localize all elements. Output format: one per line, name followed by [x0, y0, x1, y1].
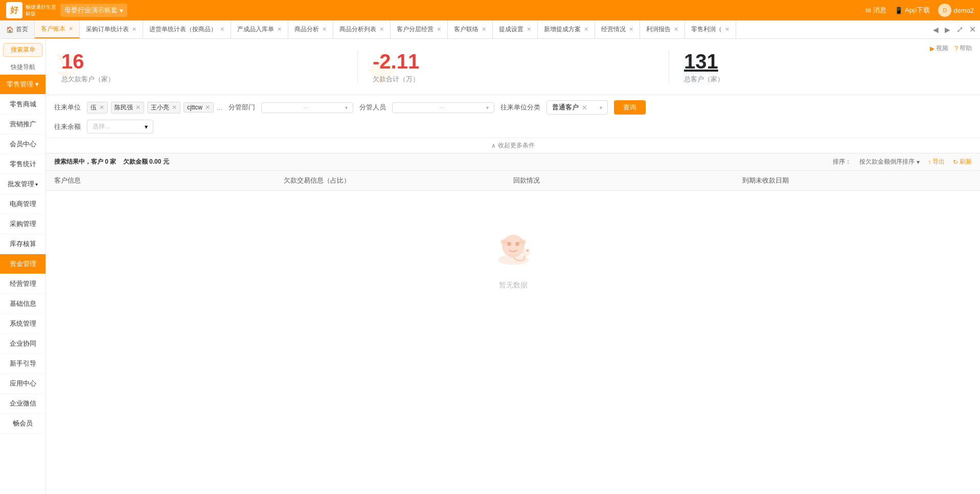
tab-product-analysis-list[interactable]: 商品分析列表 ✕ — [333, 20, 391, 38]
app-download-button[interactable]: 📱 App下载 — [895, 6, 930, 15]
close-tab-customer-ledger[interactable]: ✕ — [69, 26, 73, 32]
sidebar-item-operation-manage[interactable]: 经营管理 — [0, 274, 45, 294]
close-tab-customer-link[interactable]: ✕ — [482, 26, 486, 33]
nav-expand-icon[interactable]: ⤢ — [954, 24, 965, 35]
sidebar-item-app-center[interactable]: 应用中心 — [0, 374, 45, 394]
sidebar-item-batch-manage[interactable]: 批发管理 ▾ — [0, 174, 45, 194]
tab-purchase-order[interactable]: 采购订单统计表 ✕ — [80, 20, 143, 38]
result-info: 搜索结果中，客户 0 家 欠款金额 0.00 元 — [54, 158, 169, 166]
sort-label: 排序： — [833, 158, 851, 166]
sort-select[interactable]: 按欠款金额倒序排序 ▾ — [859, 158, 920, 166]
sidebar-item-new-guide[interactable]: 新手引导 — [0, 354, 45, 374]
balance-filter-label: 往来余额 — [54, 122, 81, 131]
sidebar-item-finance-manage[interactable]: 资金管理 — [0, 254, 45, 274]
avatar: D — [938, 4, 951, 17]
tab-profit-report[interactable]: 利润报告 ✕ — [640, 20, 685, 38]
stat-actions: ▶ 视频 ? 帮助 — [930, 44, 972, 53]
sidebar-item-retail-manage[interactable]: 零售管理 ▾ — [0, 75, 45, 95]
org-selector[interactable]: 母婴行业演示账套 ▾ — [60, 4, 127, 17]
close-tab-new-promote[interactable]: ✕ — [584, 26, 588, 33]
sidebar-item-enterprise-collab[interactable]: 企业协同 — [0, 334, 45, 354]
help-button[interactable]: ? 帮助 — [954, 44, 972, 53]
tab-customer-ledger[interactable]: 客户账本 ✕ — [35, 20, 80, 38]
message-icon: ✉ — [865, 7, 871, 14]
close-tag-1[interactable]: ✕ — [99, 104, 104, 111]
close-tab-promote-settings[interactable]: ✕ — [527, 26, 531, 33]
messages-button[interactable]: ✉ 消息 — [865, 6, 886, 15]
sidebar-item-system-manage[interactable]: 系统管理 — [0, 314, 45, 334]
close-tab-stock-stat[interactable]: ✕ — [220, 26, 224, 33]
tab-new-promote[interactable]: 新增提成方案 ✕ — [538, 20, 595, 38]
search-menu-button[interactable]: 搜索菜单 — [3, 43, 42, 57]
sidebar-item-basic-info[interactable]: 基础信息 — [0, 294, 45, 314]
sidebar-item-vip-member[interactable]: 畅会员 — [0, 414, 45, 434]
nav-left-arrow[interactable]: ◀ — [931, 25, 941, 35]
filter-tags: 伍 ✕ 陈民强 ✕ 王小亮 ✕ cjttcw ✕ ... — [87, 102, 222, 114]
svg-point-6 — [522, 248, 530, 256]
nav-close-all-icon[interactable]: ✕ — [967, 24, 978, 35]
tab-produce-stock[interactable]: 产成品入库单 ✕ — [231, 20, 288, 38]
sidebar-item-retail-stat[interactable]: 零售统计 — [0, 154, 45, 174]
tab-stock-stat[interactable]: 进货单统计表（按商品） ✕ — [143, 20, 231, 38]
main-layout: 搜索菜单 快捷导航 零售管理 ▾ 零售商城 营销推广 会员中心 零售统计 批发管… — [0, 39, 980, 494]
tab-product-analysis[interactable]: 商品分析 ✕ — [288, 20, 333, 38]
close-tab-product-analysis-list[interactable]: ✕ — [379, 26, 384, 33]
chevron-up-icon: ∧ — [491, 142, 496, 149]
close-tab-product-analysis[interactable]: ✕ — [322, 26, 327, 33]
top-bar: 好 畅捷通好生意 标版 母婴行业演示账套 ▾ ✉ 消息 📱 App下载 D de… — [0, 0, 980, 20]
balance-select[interactable]: 选择... ▾ — [87, 120, 153, 133]
refresh-button[interactable]: ↻ 刷新 — [953, 158, 972, 166]
logo-icon: 好 — [6, 2, 22, 18]
tab-home[interactable]: 🏠 首页 — [0, 20, 35, 38]
result-actions: 排序： 按欠款金额倒序排序 ▾ ↑ 导出 ↻ 刷新 — [833, 158, 972, 166]
nav-right-arrow[interactable]: ▶ — [943, 25, 952, 35]
tab-customer-segment[interactable]: 客户分层经营 ✕ — [391, 20, 448, 38]
home-icon: 🏠 — [6, 26, 14, 33]
sidebar-item-enterprise-wx[interactable]: 企业微信 — [0, 394, 45, 414]
dept-chevron-down-icon: ▾ — [345, 105, 348, 110]
sidebar-item-stock-check[interactable]: 库存核算 — [0, 234, 45, 254]
close-tab-profit-report[interactable]: ✕ — [674, 26, 678, 33]
more-tags-button[interactable]: ... — [217, 104, 222, 111]
empty-text: 暂无数据 — [499, 281, 528, 290]
sidebar-item-purchase-manage[interactable]: 采购管理 — [0, 214, 45, 234]
close-tab-business-status[interactable]: ✕ — [629, 26, 633, 33]
close-tab-purchase-order[interactable]: ✕ — [132, 26, 136, 33]
tab-promote-settings[interactable]: 提成设置 ✕ — [493, 20, 538, 38]
col-header-repay: 回款情况 — [513, 176, 743, 185]
dept-select[interactable]: ··· ▾ — [261, 102, 353, 113]
svg-point-2 — [507, 242, 511, 246]
person-select-ellipsis: ··· — [440, 105, 444, 110]
sidebar-item-retail-mall[interactable]: 零售商城 — [0, 95, 45, 115]
close-tag-4[interactable]: ✕ — [205, 104, 210, 111]
close-tab-customer-segment[interactable]: ✕ — [437, 26, 441, 33]
close-tag-2[interactable]: ✕ — [135, 104, 141, 111]
col-header-date: 到期未收款日期 — [742, 176, 972, 185]
svg-point-4 — [500, 239, 508, 244]
refresh-icon: ↻ — [953, 159, 958, 166]
tab-customer-link[interactable]: 客户联络 ✕ — [448, 20, 493, 38]
dept-select-ellipsis: ··· — [304, 105, 308, 110]
classify-select[interactable]: 普通客户 ✕ ▾ — [546, 100, 608, 115]
tab-business-status[interactable]: 经营情况 ✕ — [595, 20, 640, 38]
tab-retail-profit[interactable]: 零售利润（ ✕ — [685, 20, 736, 38]
quick-nav-button[interactable]: 快捷导航 — [0, 61, 45, 75]
close-tab-produce-stock[interactable]: ✕ — [277, 26, 282, 33]
user-avatar-area[interactable]: D demo2 — [938, 4, 974, 17]
close-tab-retail-profit[interactable]: ✕ — [725, 26, 730, 33]
sidebar-item-marketing[interactable]: 营销推广 — [0, 115, 45, 134]
col-header-customer: 客户信息 — [54, 176, 284, 185]
empty-state: 暂无数据 — [46, 191, 980, 321]
video-help-button[interactable]: ▶ 视频 — [930, 44, 948, 53]
sidebar-item-ecom-manage[interactable]: 电商管理 — [0, 194, 45, 214]
person-select[interactable]: ··· ▾ — [392, 102, 494, 113]
collapse-button[interactable]: ∧ 收起更多条件 — [46, 138, 980, 153]
sidebar-search-area: 搜索菜单 — [0, 39, 45, 61]
search-button[interactable]: 查询 — [614, 100, 646, 115]
classify-filter-label: 往来单位分类 — [500, 103, 540, 112]
close-tag-3[interactable]: ✕ — [172, 104, 177, 111]
export-button[interactable]: ↑ 导出 — [928, 158, 945, 166]
sidebar-item-member-center[interactable]: 会员中心 — [0, 134, 45, 154]
dept-filter-label: 分管部门 — [229, 103, 255, 112]
close-classify-tag[interactable]: ✕ — [582, 104, 587, 111]
